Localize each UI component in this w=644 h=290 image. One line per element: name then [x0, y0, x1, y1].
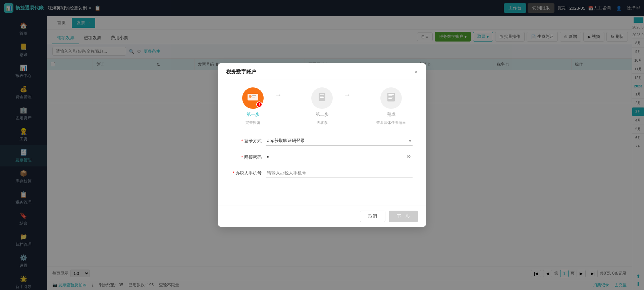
step-1-icon-wrap: ! [242, 87, 264, 109]
svg-rect-6 [320, 96, 323, 96]
svg-rect-3 [252, 97, 255, 97]
login-method-row: 登录方式 app获取验证码登录 ▾ [231, 136, 413, 146]
step-connector-2: → [343, 87, 369, 99]
step-2-desc: 去取票 [317, 120, 328, 125]
svg-rect-5 [320, 94, 324, 95]
modal-close-btn[interactable]: × [414, 69, 418, 75]
password-row: 网报密码 👁 [231, 152, 413, 162]
step-3: 完成 查看具体任务结果 [369, 87, 413, 125]
step-3-icon-wrap [380, 87, 402, 109]
modal-body: ! 第一步 完善账密 → [218, 79, 426, 206]
svg-rect-12 [388, 98, 392, 99]
password-input-wrap: 👁 [266, 152, 413, 162]
phone-input[interactable] [266, 169, 413, 177]
eye-toggle-icon[interactable]: 👁 [406, 154, 411, 160]
tax-digital-modal: 税务数字账户 × [218, 63, 426, 227]
step-1: ! 第一步 完善账密 [231, 87, 275, 125]
svg-rect-2 [252, 95, 256, 96]
steps-indicator: ! 第一步 完善账密 → [231, 87, 413, 125]
step-1-desc: 完善账密 [246, 120, 260, 125]
modal-overlay: 税务数字账户 × [0, 0, 644, 290]
cancel-button[interactable]: 取消 [360, 211, 385, 222]
login-method-label: 登录方式 [231, 138, 262, 144]
step-3-desc: 查看具体任务结果 [376, 120, 406, 125]
modal-title: 税务数字账户 [226, 69, 256, 75]
modal-header: 税务数字账户 × [218, 63, 426, 79]
svg-rect-7 [320, 97, 324, 98]
svg-rect-10 [388, 95, 392, 96]
modal-spacer [231, 184, 413, 198]
step-3-label: 完成 [387, 112, 395, 118]
step-1-label: 第一步 [247, 112, 260, 118]
modal-footer: 取消 下一步 [218, 206, 426, 227]
step-3-icon [386, 92, 396, 105]
step-2: 第二步 去取票 [301, 87, 344, 125]
password-input[interactable] [267, 154, 406, 160]
svg-rect-11 [388, 97, 393, 97]
step-error-icon: ! [256, 101, 262, 107]
login-method-value: app获取验证码登录 [267, 138, 409, 144]
select-arrow-icon: ▾ [409, 138, 411, 143]
step-connector-1: → [275, 87, 301, 99]
svg-rect-9 [388, 94, 394, 95]
next-step-button[interactable]: 下一步 [389, 211, 418, 222]
phone-label: 办税人手机号 [231, 170, 262, 176]
phone-row: 办税人手机号 [231, 169, 413, 177]
step-2-icon-wrap [311, 87, 333, 109]
step-2-icon [317, 92, 327, 105]
login-method-select[interactable]: app获取验证码登录 ▾ [266, 136, 413, 146]
svg-point-1 [249, 95, 252, 98]
step-2-label: 第二步 [316, 112, 329, 118]
password-label: 网报密码 [231, 154, 262, 160]
